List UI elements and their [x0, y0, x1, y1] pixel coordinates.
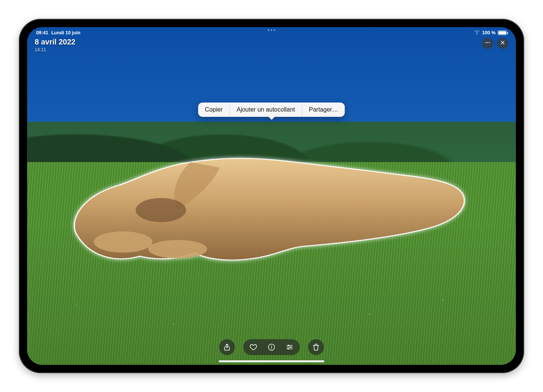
photo-viewer[interactable] [27, 27, 516, 365]
status-bar: 09:41 Lundi 10 juin 100 % [27, 29, 516, 37]
svg-point-11 [288, 348, 289, 350]
svg-point-0 [136, 198, 186, 222]
battery-text: 100 % [482, 30, 495, 35]
photo-toolbar [219, 339, 324, 355]
subject-context-menu: Copier Ajouter un autocollant Partager… [198, 103, 345, 117]
status-date: Lundi 10 juin [51, 30, 80, 35]
menu-share[interactable]: Partager… [302, 103, 345, 117]
ipad-device-frame: 09:41 Lundi 10 juin 100 % 8 avril 2022 1… [19, 19, 524, 373]
svg-point-4 [487, 42, 488, 43]
battery-icon [498, 31, 507, 35]
share-icon [223, 343, 231, 351]
close-icon [500, 40, 506, 47]
subject-outline-glow [52, 129, 472, 270]
menu-add-sticker[interactable]: Ajouter un autocollant [230, 103, 302, 117]
svg-point-2 [148, 240, 207, 258]
svg-point-9 [288, 345, 289, 346]
wifi-icon [474, 31, 480, 35]
photo-header: 8 avril 2022 14:11 [35, 38, 508, 52]
svg-point-5 [489, 42, 490, 43]
status-time: 09:41 [36, 30, 48, 35]
photo-subject-dog[interactable] [52, 129, 472, 270]
screen: 09:41 Lundi 10 juin 100 % 8 avril 2022 1… [27, 27, 516, 365]
ellipsis-icon [485, 40, 491, 47]
photo-time: 14:11 [35, 47, 75, 52]
multitask-dots-icon[interactable] [268, 29, 275, 31]
photo-date: 8 avril 2022 [35, 38, 75, 46]
info-button[interactable] [267, 343, 276, 351]
svg-point-1 [94, 231, 152, 253]
edit-button[interactable] [285, 343, 294, 351]
svg-point-8 [271, 345, 272, 346]
home-indicator[interactable] [219, 360, 324, 362]
trash-icon [312, 343, 320, 351]
delete-button[interactable] [308, 339, 324, 355]
svg-point-3 [485, 42, 486, 43]
close-button[interactable] [497, 38, 508, 49]
menu-copy[interactable]: Copier [198, 103, 230, 117]
more-button[interactable] [482, 38, 493, 49]
share-button[interactable] [219, 339, 235, 355]
photo-date-block[interactable]: 8 avril 2022 14:11 [35, 38, 75, 52]
toolbar-center-group [243, 339, 300, 355]
favorite-button[interactable] [249, 343, 258, 351]
svg-point-10 [290, 346, 291, 348]
